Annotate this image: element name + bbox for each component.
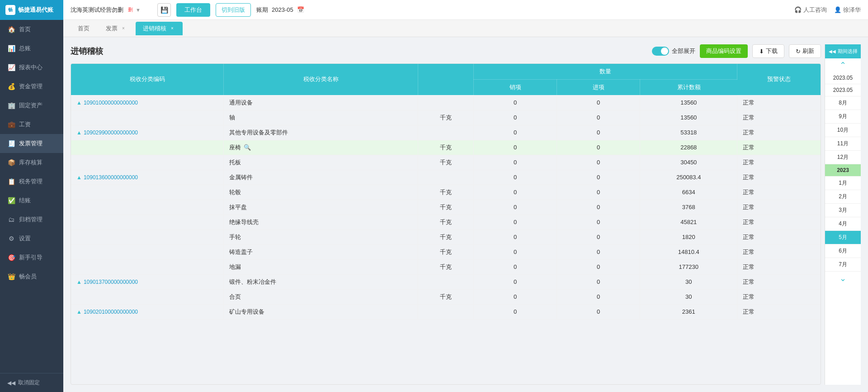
sidebar-item-label: 报表中心 — [19, 63, 42, 72]
company-selector[interactable]: 沈海英测试经营勿删 删 ▼ — [71, 6, 152, 14]
child-name-cell: 托板 — [224, 155, 418, 170]
period-nav-up[interactable]: ⌃ — [825, 58, 861, 72]
group-status-cell: 正常 — [737, 274, 821, 289]
sidebar-item-settings[interactable]: ⚙ 设置 — [0, 229, 63, 248]
period-item[interactable]: 3月 — [825, 204, 861, 217]
switch-version-button[interactable]: 切到旧版 — [216, 3, 251, 17]
sidebar-item-tax[interactable]: 📋 税务管理 — [0, 172, 63, 191]
period-item[interactable]: 7月 — [825, 258, 861, 272]
sidebar-item-ledger[interactable]: 📊 总账 — [0, 39, 63, 58]
col-purchase: 进项 — [557, 80, 640, 96]
period-item[interactable]: 8月 — [825, 96, 861, 110]
child-name-cell: 轴 — [224, 110, 418, 125]
logo-icon: 畅 — [5, 5, 15, 15]
child-status-cell: 正常 — [737, 155, 821, 170]
group-status-cell: 正常 — [737, 304, 821, 319]
user-menu[interactable]: 👤 徐泽华 — [834, 6, 861, 14]
sidebar-unpin-button[interactable]: ◀◀ 取消固定 — [0, 373, 63, 392]
topbar-right: 🎧 人工咨询 👤 徐泽华 — [794, 6, 861, 14]
sidebar-item-label: 总账 — [19, 44, 31, 53]
calendar-icon[interactable]: 📅 — [297, 6, 304, 13]
assets-icon: 🏢 — [7, 102, 15, 109]
pin-icon: ◀◀ — [7, 380, 15, 386]
sidebar-item-guide[interactable]: 🎯 新手引导 — [0, 248, 63, 267]
group-purchase-cell: 0 — [557, 170, 640, 185]
sidebar-item-label: 归档管理 — [19, 215, 42, 224]
child-status-cell: 正常 — [737, 200, 821, 215]
child-name-cell: 座椅🔍 — [224, 140, 418, 155]
child-sales-cell: 0 — [473, 244, 557, 259]
period-item[interactable]: 6月 — [825, 244, 861, 258]
headset-icon: 🎧 — [794, 6, 802, 13]
period-item[interactable]: 9月 — [825, 110, 861, 124]
tab-reconcile[interactable]: 进销稽核 × — [136, 22, 183, 35]
group-total-cell: 53318 — [640, 125, 737, 140]
child-sales-cell: 0 — [473, 289, 557, 304]
sidebar-item-assets[interactable]: 🏢 固定资产 — [0, 96, 63, 115]
tab-home[interactable]: 首页 — [71, 22, 97, 35]
toggle-all-switch[interactable] — [652, 47, 669, 56]
group-code-cell: ▲109010000000000000 — [71, 95, 224, 110]
tab-reconcile-close[interactable]: × — [169, 25, 175, 32]
tab-invoice[interactable]: 发票 × — [99, 22, 134, 35]
company-del-label: 删 — [128, 6, 133, 13]
child-sales-cell: 0 — [473, 200, 557, 215]
period-value: 2023-05 — [272, 6, 293, 13]
member-icon: 👑 — [7, 273, 15, 280]
service-button[interactable]: 🎧 人工咨询 — [794, 6, 827, 14]
group-total-cell: 13560 — [640, 95, 737, 110]
workbench-button[interactable]: 工作台 — [176, 3, 210, 17]
child-sales-cell: 0 — [473, 259, 557, 274]
child-name-cell: 合页 — [224, 289, 418, 304]
period-item[interactable]: 2月 — [825, 190, 861, 204]
product-code-button[interactable]: 商品编码设置 — [700, 44, 748, 58]
settlement-icon: ✅ — [7, 197, 15, 204]
sidebar-item-payroll[interactable]: 💼 工资 — [0, 115, 63, 134]
sidebar-item-label: 工资 — [19, 120, 31, 129]
period-item[interactable]: 10月 — [825, 124, 861, 137]
group-unit-cell — [418, 274, 474, 289]
download-button[interactable]: ⬇ 下载 — [752, 44, 784, 58]
period-item[interactable]: 4月 — [825, 217, 861, 231]
chevron-up-icon: ⌃ — [840, 60, 846, 70]
child-unit-cell: 千克 — [418, 155, 474, 170]
collapse-left-icon[interactable]: ◀◀ — [829, 49, 836, 54]
sidebar-item-reports[interactable]: 📈 报表中心 — [0, 58, 63, 77]
period-item[interactable]: 2023.05 — [825, 72, 861, 84]
home-icon: 🏠 — [7, 26, 15, 33]
group-purchase-cell: 0 — [557, 304, 640, 319]
search-icon[interactable]: 🔍 — [244, 144, 251, 151]
period-item[interactable]: 12月 — [825, 151, 861, 164]
sidebar-item-home[interactable]: 🏠 首页 — [0, 20, 63, 39]
save-icon: 💾 — [160, 6, 168, 14]
sidebar-item-label: 新手引导 — [19, 253, 42, 262]
sidebar-item-settlement[interactable]: ✅ 结账 — [0, 191, 63, 210]
sidebar-item-invoice[interactable]: 🧾 发票管理 — [0, 134, 63, 153]
sidebar-item-label: 资金管理 — [19, 82, 42, 91]
period-item[interactable]: 5月 — [825, 231, 861, 244]
refresh-button[interactable]: ↻ 刷新 — [789, 44, 821, 58]
right-period-panel: ◀◀ 期间选择 ⌃2023.052023.058月9月10月11月12月2023… — [825, 44, 861, 385]
data-table-container: 税收分类编码 税收分类名称 数量 预警状态 销项 进项 累计数额 — [71, 63, 821, 385]
child-sales-cell: 0 — [473, 215, 557, 229]
app-logo: 畅 畅捷通易代账 — [0, 0, 63, 20]
company-dropdown-icon: ▼ — [136, 7, 141, 13]
period-item[interactable]: 1月 — [825, 177, 861, 190]
invoice-icon: 🧾 — [7, 140, 15, 147]
sidebar-item-archive[interactable]: 🗂 归档管理 — [0, 210, 63, 229]
sidebar-item-funds[interactable]: 💰 资金管理 — [0, 77, 63, 96]
period-item[interactable]: 2023 — [825, 164, 861, 177]
funds-icon: 💰 — [7, 83, 15, 90]
tab-invoice-close[interactable]: × — [120, 25, 127, 32]
group-status-cell: 正常 — [737, 170, 821, 185]
period-item[interactable]: 11月 — [825, 137, 861, 151]
child-sales-cell: 0 — [473, 185, 557, 200]
save-button[interactable]: 💾 — [157, 3, 171, 17]
period-nav-down[interactable]: ⌄ — [825, 272, 861, 285]
sidebar-item-member[interactable]: 👑 畅会员 — [0, 267, 63, 286]
child-total-cell: 3768 — [640, 200, 737, 215]
main-content: 沈海英测试经营勿删 删 ▼ 💾 工作台 切到旧版 账期 2023-05 📅 🎧 … — [63, 0, 868, 392]
sidebar-nav: 🏠 首页 📊 总账 📈 报表中心 💰 资金管理 🏢 固定资产 💼 工资 🧾 发票… — [0, 20, 63, 373]
period-item[interactable]: 2023.05 — [825, 84, 861, 96]
sidebar-item-inventory[interactable]: 📦 库存核算 — [0, 153, 63, 172]
